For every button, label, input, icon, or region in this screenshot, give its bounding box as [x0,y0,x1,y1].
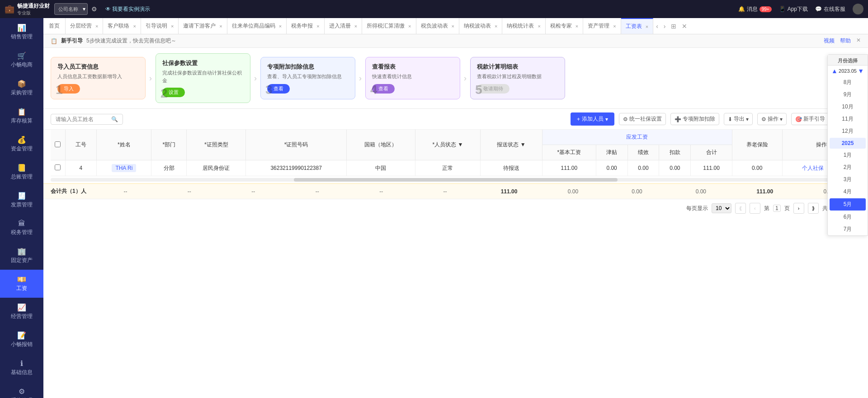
tab-close-expert[interactable]: × [576,23,578,29]
tab-customer-contact[interactable]: 客户联络 × [103,18,141,34]
tab-tax-report[interactable]: 税务申报 × [287,18,324,34]
horizontal-scrollbar[interactable] [43,176,868,183]
add-employee-button[interactable]: + 添加人员 ▾ [571,112,614,126]
tab-close-guide[interactable]: × [171,23,174,29]
tab-close-tiered[interactable]: × [95,23,98,29]
step-5-desc: 查看税款计算过程及明细数据 [477,73,558,80]
sidebar-item-tax[interactable]: 🏛 税务管理 [0,214,43,242]
guide-video-link[interactable]: 视频 [824,37,835,45]
last-page-button[interactable]: ⟫ [808,203,819,214]
step-4-desc: 快速查看统计信息 [372,73,453,80]
step-5-title: 税款计算明细表 [477,63,558,71]
scroll-bar-thumb[interactable] [294,178,618,182]
tab-nav-next[interactable]: › [661,18,669,34]
newbie-guide-button[interactable]: 🎯 新手引导 [791,113,829,125]
tab-close-clearance[interactable]: × [354,23,357,29]
month-item-3[interactable]: 3月 [828,173,868,186]
personal-social-security-link[interactable]: 个人社保 [802,165,824,171]
tab-tax-expert[interactable]: 税检专家 × [546,18,583,34]
tab-close-product[interactable]: × [279,23,282,29]
tab-close-tax-stats[interactable]: × [538,23,540,29]
unified-social-security-button[interactable]: ⚙ 统一社保设置 [619,113,666,125]
special-deduction-button[interactable]: ➕ 专项附加扣除 [670,113,719,125]
tab-close-tax-fluct[interactable]: × [495,23,497,29]
tab-close-all[interactable]: ✕ [679,18,690,34]
operation-button[interactable]: ⚙ 操作 ▾ [757,113,787,125]
tab-more[interactable]: ⊞ [668,18,679,34]
tab-close-invite[interactable]: × [219,23,222,29]
sidebar-item-inventory[interactable]: 📋 库存核算 [0,102,43,130]
col-total-header: 合计 [691,145,732,160]
month-item-7[interactable]: 7月 [828,223,868,235]
month-item-10[interactable]: 10月 [828,101,868,113]
export-button[interactable]: ⬇ 导出 ▾ [724,113,753,125]
tab-invite[interactable]: 邀请下游客户 × [179,18,227,34]
month-item-2[interactable]: 2月 [828,161,868,173]
tab-tax-fluctuation[interactable]: 纳税波动表 × [459,18,502,34]
search-box[interactable]: 🔍 [51,114,123,125]
tab-tax-burden[interactable]: 税负波动表 × [416,18,459,34]
tab-close-payroll[interactable]: × [646,24,648,29]
tab-close-asset[interactable]: × [613,23,616,29]
report-filter-icon[interactable]: ▼ [520,141,526,148]
month-picker-down-button[interactable]: ▼ [857,66,865,75]
month-item-5[interactable]: 5月 [830,198,866,211]
tab-payroll[interactable]: 工资表 × [621,18,653,34]
row-deduction-cell: 0.00 [659,160,691,176]
user-avatar[interactable] [853,4,863,14]
sidebar-item-system[interactable]: ⚙ 系统管理 [0,382,43,398]
sidebar-item-ecommerce[interactable]: 🛒 小畅电商 [0,46,43,74]
tab-home[interactable]: 首页 [43,18,66,34]
prev-page-button[interactable]: ‹ [750,203,760,214]
settings-icon[interactable]: ⚙ [91,5,97,13]
sidebar-item-sales[interactable]: 📊 销售管理 [0,18,43,46]
tab-guide[interactable]: 引导说明 × [141,18,179,34]
next-page-button[interactable]: › [793,203,804,214]
status-filter-icon[interactable]: ▼ [458,141,463,148]
tab-close-tax-burden[interactable]: × [452,23,454,29]
row-allowance-cell: 0.00 [596,160,627,176]
tab-product-code[interactable]: 往来单位商品编码 × [227,18,287,34]
row-checkbox[interactable] [55,164,61,170]
month-item-9[interactable]: 9月 [828,89,868,101]
month-item-12[interactable]: 12月 [828,125,868,137]
tab-nav-prev[interactable]: ‹ [653,18,661,34]
app-download-button[interactable]: 📱 App下载 [779,5,808,13]
tab-close-income-tax[interactable]: × [408,23,411,29]
select-all-checkbox[interactable] [55,141,61,147]
month-item-11[interactable]: 11月 [828,113,868,125]
month-item-6[interactable]: 6月 [828,211,868,223]
online-service-button[interactable]: 💬 在线客服 [815,5,845,13]
company-dropdown[interactable]: 公司名称 ▾ [54,3,88,15]
sidebar-item-invoice[interactable]: 🧾 发票管理 [0,186,43,214]
sidebar-item-payroll[interactable]: 💴 工资 [0,270,43,298]
month-item-1[interactable]: 1月 [828,149,868,161]
demo-link[interactable]: 👁 我要看实例演示 [105,5,150,13]
tab-income-tax[interactable]: 所得税汇算清缴 × [362,18,416,34]
tab-clearance[interactable]: 进入清册 × [325,18,362,34]
sidebar-item-basic-info[interactable]: ℹ 基础信息 [0,354,43,382]
first-page-button[interactable]: ⟪ [735,203,746,214]
month-picker-up-button[interactable]: ▲ [830,66,839,75]
search-icon[interactable]: 🔍 [111,116,118,122]
tab-tax-stats[interactable]: 纳税统计表 × [502,18,545,34]
month-item-8[interactable]: 8月 [828,76,868,89]
sidebar-item-finance[interactable]: 💰 资金管理 [0,130,43,158]
sidebar-item-purchase[interactable]: 📦 采购管理 [0,74,43,102]
sidebar-item-assets[interactable]: 🏢 固定资产 [0,242,43,270]
month-item-4[interactable]: 4月 [828,186,868,198]
sidebar-item-ledger[interactable]: 📒 总账管理 [0,158,43,186]
tab-asset-management[interactable]: 资产管理 × [583,18,621,34]
scroll-bar-track[interactable] [51,178,861,182]
search-input[interactable] [56,116,109,122]
sidebar-item-expense[interactable]: 📝 小畅报销 [0,326,43,354]
per-page-select[interactable]: 10 20 50 [712,203,731,213]
tab-close-tax[interactable]: × [316,23,319,29]
tab-tiered-management[interactable]: 分层经营 × [66,18,103,34]
guide-help-link[interactable]: 帮助 [840,37,851,45]
guide-close-button[interactable]: ✕ [856,37,861,45]
col-checkbox-header [51,130,65,160]
sidebar-item-operations[interactable]: 📈 经营管理 [0,298,43,326]
tab-close-customer[interactable]: × [133,23,136,29]
message-button[interactable]: 🔔 消息 99+ [738,5,772,13]
